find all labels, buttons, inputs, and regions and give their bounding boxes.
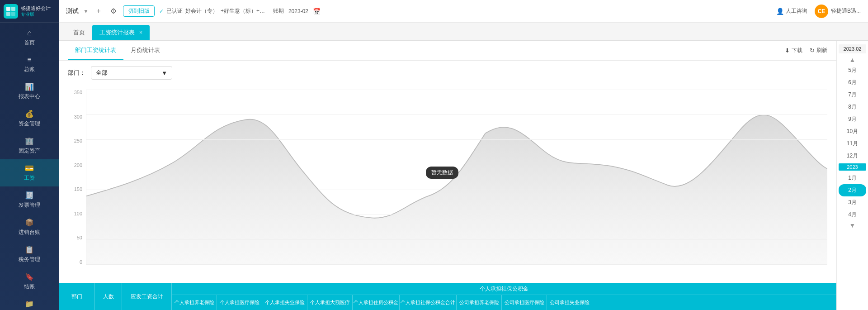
grid-line-150: [86, 190, 827, 190]
panel-scroll-down-button[interactable]: ▼: [849, 221, 857, 230]
tab-salary-label: 工资统计报表: [99, 29, 135, 36]
sidebar-item-ledger[interactable]: ≡ 总账: [0, 51, 59, 78]
download-label: 下载: [792, 47, 802, 54]
header-status: ✓ 已认证 好会计（专） +好生意（标）+…: [159, 7, 265, 15]
grid-line-100: [86, 215, 827, 215]
sidebar-label-reports: 报表中心: [19, 93, 40, 100]
help-button[interactable]: 👤 人工咨询: [776, 7, 807, 15]
panel-month-11[interactable]: 11月: [839, 138, 866, 150]
panel-month-8[interactable]: 8月: [839, 101, 866, 113]
sidebar-item-archive[interactable]: 📁 归档管理: [0, 295, 59, 310]
panel-month-12[interactable]: 12月: [839, 150, 866, 162]
company-settings-button[interactable]: ⚙: [108, 6, 118, 16]
sub-tab-department-label: 部门工资统计表: [75, 47, 116, 53]
old-version-button[interactable]: 切到旧版: [123, 5, 155, 17]
th-group-individual: 个人承担社保公积金 个人承担养老保险 个人承担医疗保险 个人承担失业保险: [172, 283, 836, 310]
tab-salary-report[interactable]: 工资统计报表 ×: [92, 25, 150, 40]
sidebar-label-assets: 固定资产: [19, 147, 40, 155]
svg-rect-3: [11, 12, 15, 16]
sidebar-item-inventory[interactable]: 📦 进销台账: [0, 214, 59, 241]
good-accounting-label: 好会计（专）: [185, 7, 218, 15]
panel-month-5[interactable]: 5月: [839, 64, 866, 76]
header-right: 👤 人工咨询 CE 轻捷通B迅...: [776, 5, 861, 18]
panel-month-7[interactable]: 7月: [839, 89, 866, 101]
sub-tab-department[interactable]: 部门工资统计表: [68, 42, 123, 60]
th-col-housing-fund: 个人承担住房公积金: [353, 295, 400, 310]
sidebar-item-invoice[interactable]: 🧾 发票管理: [0, 186, 59, 214]
sub-tab-monthly[interactable]: 月份统计表: [123, 42, 167, 60]
y-label-300: 300: [74, 114, 82, 119]
filter-bar: 部门： 全部 ▼: [59, 61, 836, 85]
close-period-icon: 🔖: [25, 272, 34, 281]
panel-scroll-up-button[interactable]: ▲: [849, 55, 857, 64]
sub-tab-actions: ⬇ 下载 ↻ 刷新: [785, 47, 827, 54]
sidebar-item-reports[interactable]: 📊 报表中心: [0, 78, 59, 105]
sidebar-item-funds[interactable]: 💰 资金管理: [0, 105, 59, 132]
y-label-0: 0: [80, 259, 82, 265]
th-col-serious-illness: 个人承担大额医疗: [307, 295, 353, 310]
chart-wrap: 350 300 250 200 150 100 50 0: [68, 90, 827, 278]
sidebar-item-salary[interactable]: 💳 工资: [0, 159, 59, 186]
company-dropdown-icon[interactable]: ▼: [83, 8, 89, 14]
svg-rect-1: [11, 7, 15, 11]
tooltip-text: 暂无数据: [431, 169, 453, 176]
main: 测试 ▼ ＋ ⚙ 切到旧版 ✓ 已认证 好会计（专） +好生意（标）+… 账期 …: [59, 0, 868, 310]
panel-month-6[interactable]: 6月: [839, 76, 866, 89]
user-area: CE 轻捷通B迅...: [815, 5, 861, 18]
y-label-50: 50: [77, 235, 82, 240]
sidebar-nav: ⌂ 首页 ≡ 总账 📊 报表中心 💰 资金管理 🏢 固定资产 💳 工资 🧾 发票…: [0, 23, 59, 310]
download-button[interactable]: ⬇ 下载: [785, 47, 802, 54]
th-group-cols: 个人承担养老保险 个人承担医疗保险 个人承担失业保险 个人承担大额医疗 个人承担: [172, 295, 836, 310]
department-select[interactable]: 全部 ▼: [91, 66, 172, 80]
tab-home[interactable]: 首页: [66, 25, 92, 40]
panel-month-10[interactable]: 10月: [839, 125, 866, 138]
top-header: 测试 ▼ ＋ ⚙ 切到旧版 ✓ 已认证 好会计（专） +好生意（标）+… 账期 …: [59, 0, 868, 23]
th-col-company-unemploy: 公司承担失业保险: [547, 295, 592, 310]
refresh-button[interactable]: ↻ 刷新: [810, 47, 827, 54]
y-label-200: 200: [74, 162, 82, 168]
th-col-pension: 个人承担养老保险: [172, 295, 217, 310]
sidebar-logo: 畅捷通好会计 专业版: [0, 0, 59, 23]
download-icon: ⬇: [785, 47, 790, 54]
refresh-icon: ↻: [810, 47, 815, 54]
salary-icon: 💳: [25, 164, 34, 172]
logo-icon: [4, 4, 18, 19]
panel-month-feb[interactable]: 2月: [839, 184, 866, 196]
th-col-unemployment: 个人承担失业保险: [262, 295, 307, 310]
add-company-button[interactable]: ＋: [93, 5, 104, 17]
user-name[interactable]: 轻捷通B迅...: [831, 7, 861, 15]
sidebar-item-close[interactable]: 🔖 结账: [0, 268, 59, 295]
chart-tooltip: 暂无数据: [426, 167, 458, 179]
department-select-value: 全部: [96, 69, 108, 77]
panel-month-mar[interactable]: 3月: [839, 196, 866, 209]
tab-close-icon[interactable]: ×: [139, 29, 143, 36]
y-label-250: 250: [74, 138, 82, 143]
company-name: 测试: [66, 7, 79, 15]
y-label-100: 100: [74, 211, 82, 216]
panel-month-9[interactable]: 9月: [839, 113, 866, 125]
calendar-icon[interactable]: 📅: [313, 8, 321, 15]
panel-month-apr[interactable]: 4月: [839, 209, 866, 221]
business-label: +好生意（标）+…: [221, 7, 265, 15]
th-headcount: 人数: [95, 283, 122, 310]
th-col-company-pension: 公司承担养老保险: [457, 295, 502, 310]
reports-icon: 📊: [25, 82, 34, 91]
content-area: 部门工资统计表 月份统计表 ⬇ 下载 ↻ 刷新: [59, 41, 836, 310]
grid-line-50: [86, 239, 827, 240]
page-content: 部门工资统计表 月份统计表 ⬇ 下载 ↻ 刷新: [59, 41, 868, 310]
assets-icon: 🏢: [25, 137, 34, 145]
sidebar-item-home[interactable]: ⌂ 首页: [0, 24, 59, 51]
th-department: 部门: [59, 283, 95, 310]
panel-month-jan[interactable]: 1月: [839, 172, 866, 184]
sub-tabs: 部门工资统计表 月份统计表: [68, 42, 167, 60]
sidebar-item-tax[interactable]: 📋 税务管理: [0, 241, 59, 268]
chart-container: 350 300 250 200 150 100 50 0: [59, 85, 836, 283]
help-icon: 👤: [776, 8, 784, 15]
sidebar-item-assets[interactable]: 🏢 固定资产: [0, 132, 59, 159]
svg-rect-2: [6, 12, 10, 16]
period-label: 账期: [273, 7, 284, 15]
invoice-icon: 🧾: [25, 191, 34, 200]
period-value: 2023-02: [288, 8, 308, 14]
tab-home-label: 首页: [73, 29, 85, 36]
y-label-350: 350: [74, 90, 82, 95]
